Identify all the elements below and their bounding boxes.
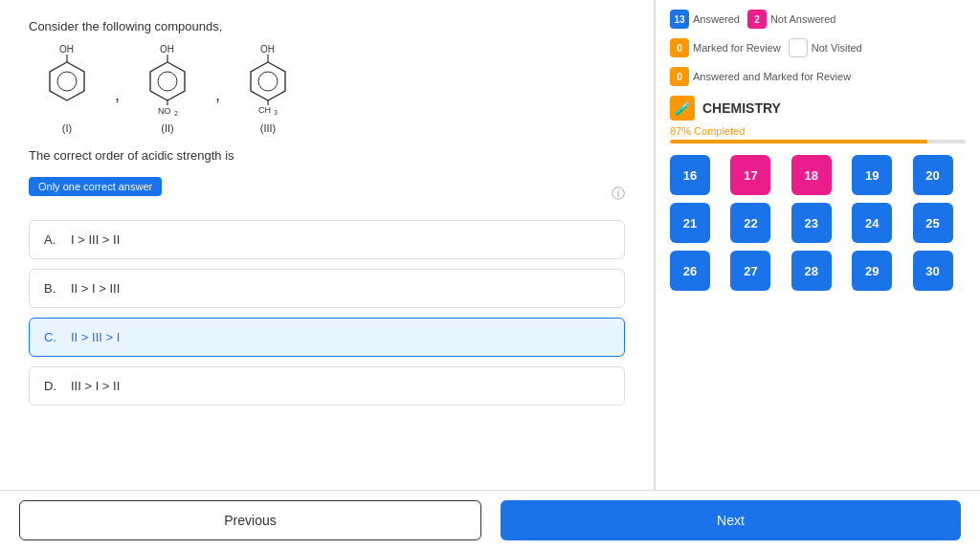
not-answered-box: 2: [747, 10, 767, 29]
q-btn-16[interactable]: 16: [670, 155, 710, 195]
q-btn-23[interactable]: 23: [791, 203, 832, 243]
q-btn-25[interactable]: 25: [913, 203, 953, 243]
section-icon: 🧪: [670, 96, 695, 121]
legend-not-answered: 2 Not Answered: [747, 10, 835, 29]
q-btn-19[interactable]: 19: [852, 155, 892, 195]
not-visited-label: Not Visited: [812, 42, 862, 54]
svg-marker-6: [150, 62, 185, 100]
legend-row3: 0 Answered and Marked for Review: [670, 67, 966, 86]
options-list: A. I > III > II B. II > I > III C. II > …: [29, 220, 625, 406]
question-panel: Consider the following compounds, OH (I)…: [0, 0, 655, 490]
q-btn-20[interactable]: 20: [913, 155, 953, 195]
marked-box: 0: [670, 38, 689, 57]
q-btn-26[interactable]: 26: [670, 251, 710, 291]
info-icon[interactable]: ⓘ: [612, 186, 625, 203]
option-d[interactable]: D. III > I > II: [29, 366, 625, 406]
legend-row2: 0 Marked for Review Not Visited: [670, 38, 966, 57]
marked-label: Marked for Review: [693, 42, 781, 54]
option-b-text: II > I > III: [71, 281, 120, 296]
not-visited-box: [789, 38, 808, 57]
option-a-letter: A.: [44, 232, 63, 247]
answered-label: Answered: [693, 13, 740, 25]
option-c-text: II > III > I: [71, 330, 120, 344]
progress-label: 87% Completed: [670, 125, 966, 137]
svg-text:2: 2: [174, 110, 178, 117]
option-a-text: I > III > II: [71, 232, 120, 247]
answered-marked-label: Answered and Marked for Review: [693, 71, 851, 82]
progress-bar: [670, 140, 966, 143]
svg-marker-2: [50, 62, 84, 100]
next-button[interactable]: Next: [501, 500, 961, 540]
option-d-text: III > I > II: [71, 379, 120, 393]
right-panel: 13 Answered 2 Not Answered 0 Marked for …: [655, 0, 980, 490]
question-text: Consider the following compounds,: [29, 19, 625, 33]
compound-2: OH NO 2 (II): [139, 43, 196, 134]
q-btn-24[interactable]: 24: [852, 203, 892, 243]
q-btn-30[interactable]: 30: [913, 251, 953, 291]
bottom-nav: Previous Next: [0, 490, 980, 550]
question-grid: 161718192021222324252627282930: [670, 155, 966, 291]
q-btn-29[interactable]: 29: [852, 251, 892, 291]
progress-container: 87% Completed: [670, 125, 966, 143]
compound-3: OH CH 3 (III): [239, 43, 297, 134]
answered-box: 13: [670, 10, 689, 29]
legend-marked: 0 Marked for Review: [670, 38, 781, 57]
answered-marked-box: 0: [670, 67, 689, 86]
q-btn-21[interactable]: 21: [670, 203, 710, 243]
answer-type-badge: Only one correct answer: [29, 177, 162, 196]
compound-1: OH (I): [38, 43, 96, 134]
question-body: The correct order of acidic strength is: [29, 148, 625, 163]
svg-text:3: 3: [274, 109, 278, 116]
svg-point-14: [258, 72, 278, 91]
svg-marker-13: [251, 62, 285, 100]
section-header: 🧪 CHEMISTRY: [670, 96, 966, 121]
q-btn-28[interactable]: 28: [791, 251, 832, 291]
legend-answered: 13 Answered: [670, 10, 740, 29]
option-b-letter: B.: [44, 281, 63, 296]
q-btn-22[interactable]: 22: [730, 203, 770, 243]
legend-answered-marked: 0 Answered and Marked for Review: [670, 67, 851, 86]
option-b[interactable]: B. II > I > III: [29, 269, 625, 308]
legend: 13 Answered 2 Not Answered: [670, 10, 966, 29]
comma-1: ,: [115, 85, 120, 134]
legend-not-visited: Not Visited: [789, 38, 862, 57]
q-btn-27[interactable]: 27: [730, 251, 770, 291]
svg-point-3: [57, 72, 77, 91]
comma-2: ,: [215, 85, 220, 134]
svg-point-7: [158, 72, 177, 91]
option-d-letter: D.: [44, 379, 63, 393]
svg-text:CH: CH: [258, 105, 271, 115]
compound-3-label: (III): [260, 122, 277, 134]
option-c[interactable]: C. II > III > I: [29, 318, 625, 357]
q-btn-17[interactable]: 17: [730, 155, 770, 195]
q-btn-18[interactable]: 18: [791, 155, 832, 195]
compounds-diagram: OH (I) , OH NO 2: [38, 43, 625, 134]
section-title: CHEMISTRY: [702, 100, 781, 116]
previous-button[interactable]: Previous: [19, 500, 481, 540]
not-answered-label: Not Answered: [770, 13, 835, 25]
option-a[interactable]: A. I > III > II: [29, 220, 625, 259]
svg-text:OH: OH: [59, 44, 74, 55]
compound-2-label: (II): [161, 122, 173, 134]
svg-text:OH: OH: [260, 44, 275, 55]
compound-1-label: (I): [62, 122, 72, 134]
option-c-letter: C.: [44, 330, 63, 344]
progress-fill: [670, 140, 927, 143]
svg-text:OH: OH: [160, 44, 174, 55]
svg-text:NO: NO: [158, 106, 171, 116]
